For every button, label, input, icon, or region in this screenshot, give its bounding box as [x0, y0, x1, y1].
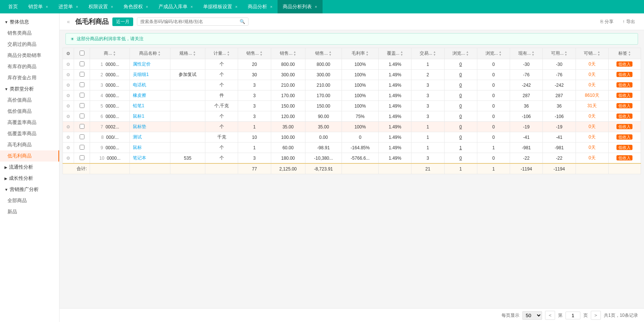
close-sales-icon[interactable]: × — [46, 4, 48, 9]
row-checkbox[interactable] — [80, 134, 84, 139]
row-checkbox[interactable] — [80, 61, 84, 66]
th-spec[interactable]: 规格... ▲▼ — [170, 48, 205, 59]
row-gear-icon[interactable]: ⚙ — [66, 145, 70, 150]
row-gear-icon[interactable]: ⚙ — [66, 103, 70, 109]
th-browse1[interactable]: 浏览... ▲▼ — [444, 48, 477, 59]
cell-browse1[interactable]: 0 — [444, 70, 477, 80]
sidebar-group-marketing[interactable]: ▼ 营销推广分析 — [0, 184, 59, 195]
row-gear-icon[interactable]: ⚙ — [66, 124, 70, 130]
row-gear-icon[interactable]: ⚙ — [66, 114, 70, 119]
sidebar-item-high-margin[interactable]: 高毛利商品 — [0, 139, 59, 150]
row-checkbox[interactable] — [80, 155, 84, 160]
cell-name[interactable]: 鼠标垫 — [130, 122, 170, 132]
nav-sales[interactable]: 销货单 × — [23, 0, 53, 13]
page-size-select[interactable]: 50 100 200 — [522, 311, 542, 320]
th-gross-rate[interactable]: 毛利率 ▲▼ — [342, 48, 378, 59]
row-gear-icon[interactable]: ⚙ — [66, 156, 70, 161]
cell-name[interactable]: 笔记本 — [130, 153, 170, 164]
row-checkbox[interactable] — [80, 82, 84, 87]
nav-product-analysis[interactable]: 商品分析 × — [243, 0, 278, 13]
row-gear-icon[interactable]: ⚙ — [66, 135, 70, 140]
browse1-link[interactable]: 1 — [459, 145, 462, 150]
search-input[interactable] — [140, 19, 238, 24]
browse1-link[interactable]: 0 — [459, 135, 462, 140]
search-icon[interactable]: 🔍 — [240, 19, 245, 24]
nav-product-analysis-list[interactable]: 商品分析列表 × — [278, 0, 322, 13]
sidebar-item-in-stock[interactable]: 有库存的商品 — [0, 61, 59, 72]
gear-icon[interactable]: ⚙ — [66, 51, 70, 56]
browse1-link[interactable]: 0 — [459, 93, 462, 98]
th-available[interactable]: 可用... ▲▼ — [543, 48, 576, 59]
nav-roles[interactable]: 角色授权 × — [118, 0, 153, 13]
close-analysis-icon[interactable]: × — [270, 4, 272, 9]
row-gear-icon[interactable]: ⚙ — [66, 72, 70, 77]
sidebar-group-cluster[interactable]: ▼ 类群堂分析 — [0, 83, 59, 95]
th-sales-amount[interactable]: 销售... ▲▼ — [305, 48, 342, 59]
cell-name[interactable]: 测试 — [130, 132, 170, 143]
cell-name[interactable]: 吴细细1 — [130, 70, 170, 80]
nav-templates[interactable]: 单据模板设置 × — [198, 0, 243, 13]
cell-browse1[interactable]: 0 — [444, 153, 477, 164]
browse1-link[interactable]: 0 — [459, 103, 462, 109]
browse1-link[interactable]: 0 — [459, 156, 462, 161]
export-button[interactable]: ↑ 导出 — [619, 17, 638, 26]
prev-page-button[interactable]: ＜ — [545, 311, 555, 320]
share-button[interactable]: ⎘ 分享 — [597, 17, 616, 26]
th-sales-price[interactable]: 销售... ▲▼ — [271, 48, 305, 59]
th-name[interactable]: 商品名称 ▲▼ — [130, 48, 170, 59]
sidebar-group-liquidity[interactable]: ▶ 流通性分析 — [0, 162, 59, 173]
row-checkbox[interactable] — [80, 103, 84, 108]
close-analysis-list-icon[interactable]: × — [315, 4, 317, 9]
sidebar-group-overall[interactable]: ▼ 整体信息 — [0, 16, 59, 28]
cell-browse1[interactable]: 0 — [444, 122, 477, 132]
close-templates-icon[interactable]: × — [235, 4, 237, 9]
cell-browse1[interactable]: 1 — [444, 143, 477, 153]
th-cover-rate[interactable]: 覆盖... ▲▼ — [379, 48, 411, 59]
cell-name[interactable]: 橡皮擦 — [130, 90, 170, 101]
cell-browse1[interactable]: 0 — [444, 132, 477, 143]
th-current[interactable]: 现有... ▲▼ — [510, 48, 543, 59]
nav-purchase[interactable]: 进货单 × — [53, 0, 83, 13]
sidebar-item-new-products[interactable]: 新品 — [0, 206, 59, 217]
period-button[interactable]: 近一月 — [112, 17, 133, 26]
cell-browse1[interactable]: 0 — [444, 90, 477, 101]
row-checkbox[interactable] — [80, 93, 84, 98]
table-container[interactable]: ⚙ 商... ▲▼ 商品名称 ▲▼ 规格... ▲▼ 计量... ▲▼ 销售..… — [60, 48, 644, 308]
nav-permissions[interactable]: 权限设置 × — [83, 0, 118, 13]
cell-browse1[interactable]: 0 — [444, 111, 477, 122]
cell-browse1[interactable]: 0 — [444, 80, 477, 90]
close-permissions-icon[interactable]: × — [111, 4, 113, 9]
th-sellable[interactable]: 可销... ▲▼ — [576, 48, 608, 59]
cell-name[interactable]: 鼠标 — [130, 143, 170, 153]
nav-home[interactable]: 首页 — [3, 0, 23, 13]
row-checkbox[interactable] — [80, 124, 84, 129]
cell-name[interactable]: 电话机 — [130, 80, 170, 90]
sidebar-item-low-coverage[interactable]: 低覆盖率商品 — [0, 128, 59, 139]
cell-name[interactable]: 铅笔1 — [130, 101, 170, 111]
browse1-link[interactable]: 0 — [459, 62, 462, 67]
row-checkbox[interactable] — [80, 145, 84, 150]
next-page-button[interactable]: ＞ — [591, 311, 601, 320]
sidebar-item-all-products[interactable]: 全部商品 — [0, 195, 59, 206]
sidebar-item-low-value[interactable]: 低价值商品 — [0, 106, 59, 117]
close-purchase-icon[interactable]: × — [76, 4, 78, 9]
nav-products[interactable]: 产成品入库单 × — [153, 0, 198, 13]
row-gear-icon[interactable]: ⚙ — [66, 93, 70, 98]
sidebar-item-high-coverage[interactable]: 高覆盖率商品 — [0, 117, 59, 128]
cell-name[interactable]: 属性定价 — [130, 59, 170, 70]
th-sales-qty[interactable]: 销售... ▲▼ — [238, 48, 271, 59]
cell-browse1[interactable]: 0 — [444, 101, 477, 111]
sidebar-item-sales-products[interactable]: 销售类商品 — [0, 28, 59, 39]
th-unit[interactable]: 计量... ▲▼ — [205, 48, 238, 59]
th-code[interactable]: 商... ▲▼ — [90, 48, 130, 59]
cell-name[interactable]: 鼠标1 — [130, 111, 170, 122]
browse1-link[interactable]: 0 — [459, 72, 462, 77]
row-checkbox[interactable] — [80, 72, 84, 77]
sidebar-item-stock-capital[interactable]: 库存资金占用 — [0, 72, 59, 83]
sidebar-item-low-margin[interactable]: 低毛利商品 — [0, 150, 59, 162]
sidebar-item-traded-products[interactable]: 交易过的商品 — [0, 39, 59, 50]
cell-browse1[interactable]: 0 — [444, 59, 477, 70]
select-all-checkbox[interactable] — [80, 51, 84, 55]
row-checkbox[interactable] — [80, 114, 84, 118]
th-tag[interactable]: 标签 ▲▼ — [608, 48, 641, 59]
